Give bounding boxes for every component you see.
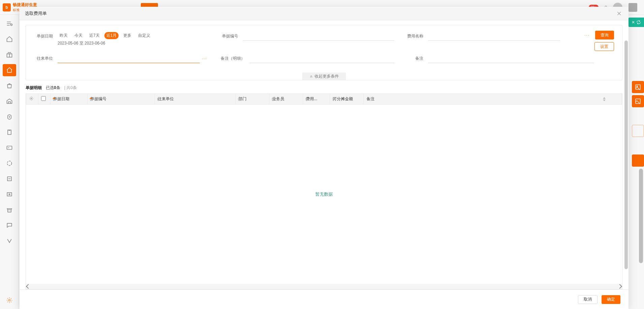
settings-button[interactable]: 设置: [594, 42, 614, 51]
sort-icon: [603, 97, 606, 101]
col-dept[interactable]: 部门: [236, 94, 269, 105]
col-doc-date[interactable]: 单据日期: [51, 94, 88, 105]
svg-point-12: [31, 98, 32, 99]
modal-scrollbar-thumb[interactable]: [624, 40, 628, 269]
confirm-button[interactable]: 确定: [602, 295, 620, 304]
empty-state: 暂无数据: [26, 105, 622, 284]
filter-actions: ··· 查询 设置: [582, 31, 614, 51]
date-tab-custom[interactable]: 自定义: [136, 32, 152, 39]
col-partner[interactable]: 往来单位: [155, 94, 236, 105]
label-remark: 备注: [405, 54, 428, 61]
date-tab-yesterday[interactable]: 昨天: [58, 32, 70, 39]
modal-title: 选取费用单: [25, 10, 47, 17]
partner-more-icon[interactable]: ···: [200, 56, 209, 61]
column-settings-button[interactable]: [26, 94, 38, 105]
date-tab-last7[interactable]: 近7天: [87, 32, 102, 39]
scroll-left-icon[interactable]: [26, 284, 31, 289]
date-tab-last1m[interactable]: 近1月: [104, 32, 119, 39]
col-allocatable[interactable]: 可分摊金额: [330, 94, 364, 105]
label-fee-name: 费用名称: [405, 32, 428, 39]
table-h-scrollbar[interactable]: [26, 284, 622, 289]
sort-icon: [332, 97, 335, 101]
label-doc-no: 单据编号: [219, 32, 243, 39]
sort-icon: [157, 97, 160, 101]
sort-icon: [90, 97, 92, 101]
total-count: | 共0条: [64, 85, 77, 91]
label-doc-date: 单据日期: [34, 32, 58, 39]
fee-name-input[interactable]: [428, 32, 560, 41]
collapse-filters-button[interactable]: 收起更多条件: [302, 73, 346, 80]
empty-text: 暂无数据: [315, 191, 333, 197]
remark-detail-input[interactable]: [250, 54, 394, 63]
sort-icon: [305, 97, 308, 101]
date-quick-tabs: 昨天 今天 近7天 近1月 更多 自定义: [58, 32, 209, 39]
remark-input[interactable]: [428, 54, 594, 63]
chevron-double-up-icon: [309, 74, 313, 78]
label-remark-detail: 备注（明细）: [219, 54, 250, 61]
fee-name-more-icon[interactable]: ···: [582, 33, 592, 37]
collapse-filters-label: 收起更多条件: [315, 74, 339, 79]
gear-icon: [29, 96, 34, 101]
selected-count: 已选0条: [46, 85, 60, 91]
scroll-right-icon[interactable]: [617, 284, 622, 289]
doc-no-input[interactable]: [243, 32, 394, 41]
select-expense-modal: 选取费用单 ··· 查询 设置 单据日期: [20, 7, 629, 309]
table: 单据日期 单据编号 往来单位 部门 业务员 费用... 可分摊金额 备注 暂无数…: [26, 93, 622, 289]
partner-input[interactable]: [58, 54, 200, 63]
modal-footer: 取消 确定: [20, 289, 629, 309]
table-caption-title: 单据明细: [26, 85, 42, 91]
col-fee[interactable]: 费用...: [303, 94, 330, 105]
col-remark[interactable]: 备注: [364, 94, 622, 105]
sort-icon: [238, 97, 240, 101]
sort-icon: [271, 97, 274, 101]
label-partner: 往来单位: [34, 54, 58, 61]
col-doc-no[interactable]: 单据编号: [88, 94, 155, 105]
cancel-button[interactable]: 取消: [578, 295, 598, 304]
table-caption: 单据明细 已选0条 | 共0条: [26, 85, 622, 91]
date-range-text: 2023-05-06 至 2023-06-06: [58, 40, 209, 46]
filter-panel: ··· 查询 设置 单据日期 昨天 今天 近7天: [26, 25, 622, 80]
date-tab-more[interactable]: 更多: [121, 32, 133, 39]
select-all-checkbox[interactable]: [38, 94, 51, 105]
close-icon[interactable]: [615, 9, 623, 18]
modal-header: 选取费用单: [20, 7, 629, 20]
col-salesman[interactable]: 业务员: [269, 94, 303, 105]
sort-icon: [53, 97, 55, 101]
query-button[interactable]: 查询: [595, 31, 614, 39]
modal-scrollbar[interactable]: [624, 40, 628, 269]
date-tab-today[interactable]: 今天: [72, 32, 85, 39]
